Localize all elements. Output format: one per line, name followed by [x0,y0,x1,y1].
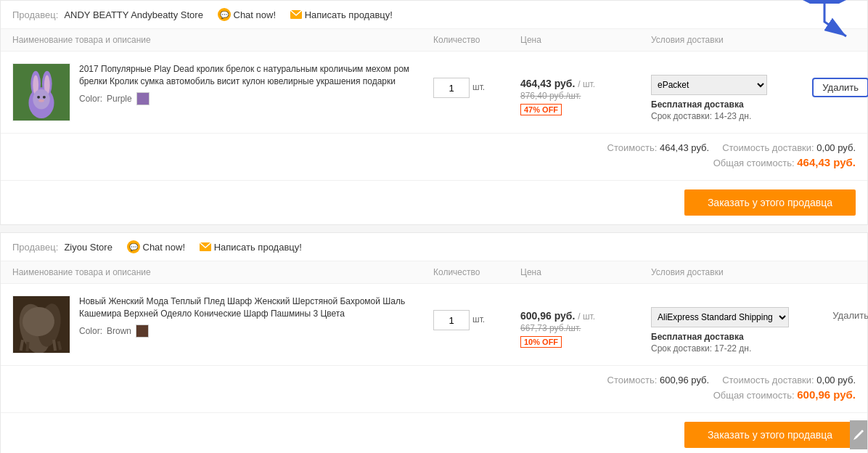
cost-line-1: Стоимость: 464,43 руб. Стоимость доставк… [12,142,856,153]
color-swatch-2 [136,325,149,338]
shipping-cost-label-1: Стоимость доставки: [722,142,814,153]
product-row-2: Новый Женский Мода Теплый Плед Шарф Женс… [1,284,867,366]
pencil-svg [853,430,864,440]
envelope-icon-2 [200,242,211,251]
table-header-2: Наименование товара и описание Количеств… [1,261,867,284]
color-swatch-1 [136,92,150,105]
quantity-cell-2: шт. [433,295,520,330]
qty-unit-2: шт. [472,310,485,325]
qty-unit-1: шт. [472,78,485,92]
col-header-price-1: Цена [520,35,651,45]
seller-block-2: Продавец: Ziyou Store 💬 Chat now! Написа… [0,232,868,453]
order-footer-1: Заказать у этого продавца [1,181,867,224]
cost-value-1: 464,43 руб. [660,142,709,153]
table-header-1: Наименование товара и описание Количеств… [1,29,867,52]
seller-label-2: Продавец: [12,242,58,253]
discount-badge-2: 10% OFF [520,336,562,348]
chat-icon-1: 💬 [218,8,231,21]
rabbit-svg [13,63,70,121]
quantity-cell-1: шт. [433,63,520,98]
svg-point-10 [37,96,40,99]
original-price-2: 667,73 руб./шт. [520,323,651,333]
color-name-2: Brown [107,326,131,336]
col-header-shipping-2: Условия доставки [651,267,811,277]
seller-name-2: Ziyou Store [64,242,112,253]
product-info-2: Новый Женский Мода Теплый Плед Шарф Женс… [12,295,433,354]
chat-now-button-1[interactable]: 💬 Chat now! [218,8,277,21]
scarf-svg [13,296,70,354]
seller-section-2: Продавец: Ziyou Store 💬 Chat now! Написа… [0,232,868,453]
shipping-cell-1: ePacket AliExpress Standard Shipping Reg… [651,63,811,121]
cost-value-2: 600,96 руб. [660,375,709,385]
quantity-input-1[interactable] [433,78,470,98]
delete-cell-2: Удалить [811,295,868,321]
message-seller-button-2[interactable]: Написать продавцу! [200,242,302,253]
order-button-1[interactable]: Заказать у этого продавца [684,189,856,216]
delivery-time-2: Срок доставки: 17-22 дн. [651,343,811,354]
shipping-select-1[interactable]: ePacket AliExpress Standard Shipping Reg… [651,75,767,95]
free-shipping-label-1: Бесплатная доставка [651,99,811,110]
original-price-1: 876,40 руб./шт. [520,91,651,101]
product-title-2: Новый Женский Мода Теплый Плед Шарф Женс… [79,295,413,320]
shipping-cell-2: AliExpress Standard Shipping ePacket Reg… [651,295,811,354]
total-line-2: Общая стоимость: 600,96 руб. [12,388,856,401]
separator-3 [118,242,121,253]
chat-now-label-1: Chat now! [234,9,277,20]
seller-label-1: Продавец: [12,9,58,20]
col-header-product-1: Наименование товара и описание [12,35,433,45]
col-header-qty-2: Количество [433,267,520,277]
col-header-shipping-1: Условия доставки [651,35,811,45]
order-summary-2: Стоимость: 600,96 руб. Стоимость доставк… [1,366,867,413]
shipping-cost-value-2: 0,00 руб. [816,375,856,385]
seller-block-1: Продавец: ANDY BEATTY Andybeatty Store 💬… [0,0,868,225]
shipping-cost-value-1: 0,00 руб. [816,142,856,153]
delivery-time-1: Срок доставки: 14-23 дн. [651,111,811,121]
current-price-1: 464,43 руб. / шт. [520,78,651,89]
cost-label-1: Стоимость: [607,142,658,153]
order-summary-1: Стоимость: 464,43 руб. Стоимость доставк… [1,134,867,181]
col-header-price-2: Цена [520,267,651,277]
rabbit-image [13,64,70,121]
product-image-1 [12,63,70,121]
seller-header-2: Продавец: Ziyou Store 💬 Chat now! Написа… [1,233,867,261]
svg-point-11 [43,96,46,99]
separator-2 [282,9,284,20]
delete-button-1[interactable]: Удалить [812,78,868,97]
product-row-1: 2017 Популярные Play Dead кролик брелок … [1,52,867,134]
quantity-input-2[interactable] [433,310,470,330]
product-info-1: 2017 Популярные Play Dead кролик брелок … [12,63,433,121]
message-label-1: Написать продавцу! [305,9,393,20]
delete-cell-1: Удалить [811,63,868,97]
product-details-2: Новый Женский Мода Теплый Плед Шарф Женс… [79,295,413,354]
envelope-icon-1 [290,10,302,19]
seller-section-1: Продавец: ANDY BEATTY Andybeatty Store 💬… [0,0,868,225]
color-label-1: Color: [79,94,102,104]
total-value-2: 600,96 руб. [797,388,856,401]
product-details-1: 2017 Популярные Play Dead кролик брелок … [79,63,413,121]
product-image-2 [12,295,70,354]
message-seller-button-1[interactable]: Написать продавцу! [290,9,393,20]
chat-now-button-2[interactable]: 💬 Chat now! [127,240,186,253]
col-header-qty-1: Количество [433,35,520,45]
current-price-2: 600,96 руб. / шт. [520,310,651,322]
separator-1 [209,9,212,20]
chat-icon-2: 💬 [127,240,140,253]
total-label-1: Общая стоимость: [713,158,795,168]
price-cell-2: 600,96 руб. / шт. 667,73 руб./шт. 10% OF… [520,295,651,348]
order-footer-2: Заказать у этого продавца [1,413,867,453]
delete-button-2[interactable]: Удалить [832,310,868,321]
total-value-1: 464,43 руб. [797,156,856,168]
total-label-2: Общая стоимость: [713,390,795,401]
pencil-icon[interactable] [850,420,867,449]
col-header-product-2: Наименование товара и описание [12,267,433,277]
shipping-select-2[interactable]: AliExpress Standard Shipping ePacket Reg… [651,307,789,327]
chat-now-label-2: Chat now! [143,242,186,253]
svg-point-12 [38,99,44,102]
seller-name-1: ANDY BEATTY Andybeatty Store [64,9,202,20]
separator-4 [191,242,194,253]
shipping-cost-label-2: Стоимость доставки: [722,375,814,385]
cost-line-2: Стоимость: 600,96 руб. Стоимость доставк… [12,375,856,385]
cost-label-2: Стоимость: [607,375,658,385]
order-button-2[interactable]: Заказать у этого продавца [684,422,856,448]
col-header-action-2 [811,267,868,277]
